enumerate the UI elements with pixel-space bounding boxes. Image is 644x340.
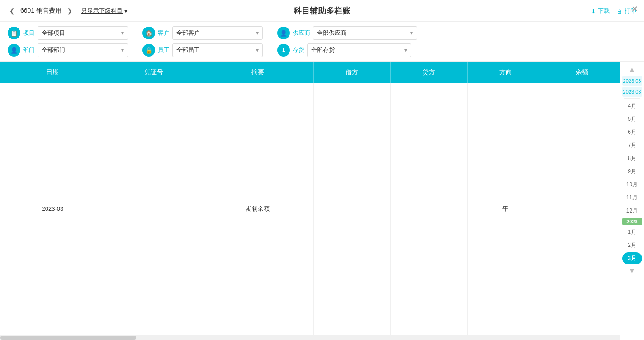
supplier-icon: 👤 <box>277 27 290 39</box>
project-icon: 📋 <box>8 27 20 39</box>
page-title: 科目辅助多栏账 <box>294 5 350 16</box>
employee-arrow-icon: ▾ <box>256 47 259 53</box>
department-value: 全部部门 <box>42 46 65 54</box>
project-value: 全部项目 <box>42 29 65 37</box>
panel-divider <box>624 98 640 99</box>
prev-account-button[interactable]: ❮ <box>8 6 17 15</box>
period-2[interactable]: 2月 <box>622 239 642 251</box>
table-header-row: 日期 凭证号 摘要 借方 贷方 方向 余额 <box>0 62 620 83</box>
table-row: 2023-03 期初余额 平 <box>0 83 620 335</box>
customer-icon: 🏠 <box>142 27 155 39</box>
customer-select[interactable]: 全部客户 ▾ <box>172 26 263 40</box>
customer-value: 全部客户 <box>176 29 200 37</box>
department-label: 部门 <box>23 46 35 54</box>
period-7[interactable]: 7月 <box>622 139 642 151</box>
employee-select[interactable]: 全部员工 ▾ <box>172 43 263 57</box>
filter-employee: 🔒 员工 全部员工 ▾ <box>142 43 263 57</box>
col-summary: 摘要 <box>202 62 314 83</box>
horizontal-scrollbar[interactable] <box>0 335 620 340</box>
main-content: 日期 凭证号 摘要 借方 贷方 方向 余额 2023-03 期初余额 <box>0 62 644 340</box>
year-badge-2023[interactable]: 2023 <box>622 218 642 225</box>
period-6[interactable]: 6月 <box>622 126 642 138</box>
sub-subject-button[interactable]: 只显示下级科目 ▾ <box>78 5 131 17</box>
sub-subject-label: 只显示下级科目 <box>81 7 123 15</box>
department-select[interactable]: 全部部门 ▾ <box>38 43 128 57</box>
scroll-down-button[interactable]: ▼ <box>622 265 642 277</box>
period-3-active[interactable]: 3月 <box>622 252 642 264</box>
period-1[interactable]: 1月 <box>622 226 642 238</box>
cell-voucher <box>105 83 202 335</box>
period-8[interactable]: 8月 <box>622 152 642 165</box>
col-credit: 贷方 <box>390 62 467 83</box>
account-code-label: 6601 销售费用 <box>20 7 62 15</box>
period-4[interactable]: 4月 <box>622 100 642 112</box>
filter-supplier: 👤 供应商 全部供应商 ▾ <box>277 26 417 40</box>
supplier-arrow-icon: ▾ <box>410 30 413 36</box>
project-arrow-icon: ▾ <box>121 30 124 36</box>
print-icon: 🖨 <box>617 8 623 14</box>
filter-inventory: ⬇ 存货 全部存货 ▾ <box>277 43 411 57</box>
scroll-thumb[interactable] <box>0 336 136 340</box>
supplier-select[interactable]: 全部供应商 ▾ <box>313 26 417 40</box>
employee-icon: 🔒 <box>142 44 155 57</box>
employee-value: 全部员工 <box>176 46 200 54</box>
download-icon: ⬇ <box>591 8 596 14</box>
period-11[interactable]: 11月 <box>622 192 642 204</box>
department-arrow-icon: ▾ <box>121 47 124 53</box>
filter-department: 👤 部门 全部部门 ▾ <box>8 43 128 57</box>
inventory-icon: ⬇ <box>277 44 290 57</box>
col-voucher: 凭证号 <box>105 62 202 83</box>
download-button[interactable]: ⬇ 下载 <box>591 7 610 15</box>
cell-direction: 平 <box>467 83 544 335</box>
filter-project: 📋 项目 全部项目 ▾ <box>8 26 128 40</box>
next-account-button[interactable]: ❯ <box>65 6 74 15</box>
col-direction: 方向 <box>467 62 544 83</box>
cell-balance <box>544 83 620 335</box>
cell-credit <box>390 83 467 335</box>
col-balance: 余额 <box>544 62 620 83</box>
filter-bar: 📋 项目 全部项目 ▾ 🏠 客户 全部客户 ▾ 👤 供应商 <box>0 22 644 62</box>
project-select[interactable]: 全部项目 ▾ <box>38 26 128 40</box>
scroll-up-button[interactable]: ▲ <box>622 64 642 76</box>
cell-debit <box>314 83 391 335</box>
filter-row-2: 👤 部门 全部部门 ▾ 🔒 员工 全部员工 ▾ ⬇ 存货 <box>8 43 636 57</box>
title-bar-left: ❮ 6601 销售费用 ❯ 只显示下级科目 ▾ <box>8 5 131 17</box>
period-9[interactable]: 9月 <box>622 165 642 178</box>
period-10[interactable]: 10月 <box>622 179 642 191</box>
main-window: ❮ 6601 销售费用 ❯ 只显示下级科目 ▾ 科目辅助多栏账 ⬇ 下载 🖨 打… <box>0 0 644 340</box>
close-button[interactable]: ✕ <box>631 4 638 14</box>
employee-label: 员工 <box>158 46 170 54</box>
period-5[interactable]: 5月 <box>622 113 642 125</box>
inventory-value: 全部存货 <box>311 46 335 54</box>
supplier-label: 供应商 <box>293 29 310 37</box>
department-icon: 👤 <box>8 44 20 57</box>
supplier-value: 全部供应商 <box>317 29 346 37</box>
customer-arrow-icon: ▾ <box>256 30 259 36</box>
cell-summary: 期初余额 <box>202 83 314 335</box>
inventory-select[interactable]: 全部存货 ▾ <box>307 43 411 57</box>
title-bar-right: ⬇ 下载 🖨 打印 <box>591 7 636 15</box>
period-header-1[interactable]: 2023.03 <box>622 76 642 86</box>
period-12[interactable]: 12月 <box>622 205 642 217</box>
project-label: 项目 <box>23 29 35 37</box>
title-bar: ❮ 6601 销售费用 ❯ 只显示下级科目 ▾ 科目辅助多栏账 ⬇ 下载 🖨 打… <box>0 0 644 22</box>
filter-customer: 🏠 客户 全部客户 ▾ <box>142 26 263 40</box>
cell-date: 2023-03 <box>0 83 105 335</box>
filter-row-1: 📋 项目 全部项目 ▾ 🏠 客户 全部客户 ▾ 👤 供应商 <box>8 26 636 40</box>
col-date: 日期 <box>0 62 105 83</box>
col-debit: 借方 <box>314 62 391 83</box>
inventory-arrow-icon: ▾ <box>404 47 407 53</box>
customer-label: 客户 <box>158 29 170 37</box>
right-panel: ▲ 2023.03 2023.03 4月 5月 6月 7月 8月 9月 10月 … <box>620 62 644 340</box>
table-area: 日期 凭证号 摘要 借方 贷方 方向 余额 2023-03 期初余额 <box>0 62 620 340</box>
inventory-label: 存货 <box>293 46 304 54</box>
ledger-table: 日期 凭证号 摘要 借方 贷方 方向 余额 2023-03 期初余额 <box>0 62 620 335</box>
sub-subject-arrow-icon: ▾ <box>124 8 128 14</box>
period-header-2[interactable]: 2023.03 <box>622 87 642 97</box>
download-label: 下载 <box>598 7 610 15</box>
